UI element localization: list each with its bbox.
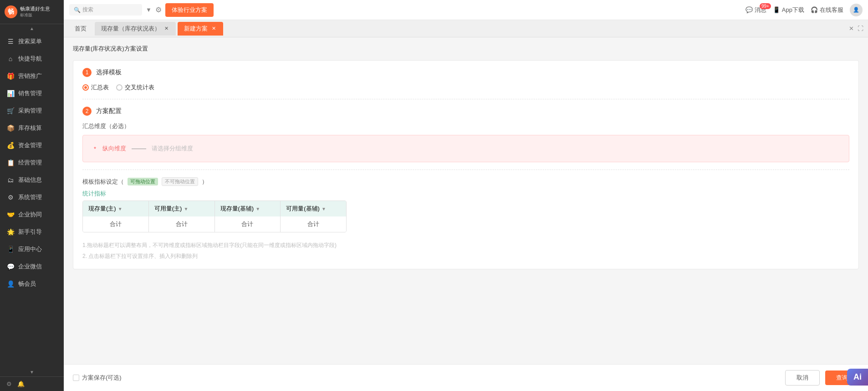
tips-box: 1.拖动标题栏可以调整布局，不可跨维度或指标区域拖动栏目字段(只能在同一维度或指… (82, 240, 849, 262)
topbar: 🔍 搜索 ▼ ⚙ 体验行业方案 💬 消息 99+ 📱 App下载 🎧 在线客服 … (64, 0, 868, 20)
messages-badge: 99+ (760, 3, 771, 9)
indicator-label-prefix: 模板指标设定（ (82, 178, 124, 186)
dimension-box[interactable]: * 纵向维度 —— 请选择分组维度 (82, 135, 849, 162)
topbar-dropdown-icon[interactable]: ▼ (146, 6, 152, 13)
sidebar-logo: 畅 畅康通好生意 标准版 (0, 0, 64, 24)
save-checkbox-label: 方案保存(可选) (82, 374, 122, 382)
app-version: 标准版 (20, 12, 50, 18)
sales-icon: 📊 (6, 89, 15, 98)
stats-col-1-dropdown[interactable]: ▼ (184, 206, 188, 211)
sidebar-item-sales[interactable]: 📊 销售管理 (0, 85, 64, 102)
sidebar-item-label: 营销推广 (18, 72, 42, 80)
radio-summary[interactable]: 汇总表 (82, 83, 109, 92)
sidebar-scroll-down[interactable]: ▼ (0, 368, 64, 376)
stats-table: 现存量(主) ▼ 可用量(主) ▼ 现存量(基辅) ▼ (82, 201, 347, 232)
required-mark: * (94, 145, 96, 152)
corp-agreement-icon: 🤝 (6, 211, 15, 219)
tab-inventory-status-label: 现存量（库存状况表） (101, 25, 160, 33)
sidebar-item-member[interactable]: 👤 畅会员 (0, 275, 64, 293)
sidebar-item-inventory[interactable]: 📦 库存核算 (0, 119, 64, 137)
radio-summary-label: 汇总表 (91, 83, 109, 92)
step1-title: 选择模板 (96, 68, 122, 77)
sidebar-item-corp-wechat[interactable]: 💬 企业微信 (0, 258, 64, 275)
indicator-label: 模板指标设定（ 可拖动位置 不可拖动位置 ） (82, 177, 849, 186)
app-logo-icon: 畅 (5, 5, 17, 18)
stats-col-3-dropdown[interactable]: ▼ (322, 206, 326, 211)
radio-cross[interactable]: 交叉统计表 (116, 83, 154, 92)
stats-col-2: 现存量(基辅) ▼ (215, 201, 281, 216)
tab-new-scheme-close[interactable]: ✕ (210, 26, 217, 32)
dim-arrow: —— (132, 144, 146, 153)
tabbar-actions: ✕ ⛶ (849, 25, 863, 32)
sidebar-item-label: 企业协同 (18, 211, 42, 219)
stats-cell-2: 合计 (215, 216, 281, 232)
sidebar-scroll-up[interactable]: ▲ (0, 24, 64, 33)
sidebar-item-corp-agreement[interactable]: 🤝 企业协同 (0, 206, 64, 223)
sidebar-item-label: 经营管理 (18, 159, 42, 167)
online-service-label: 在线客服 (820, 6, 843, 14)
topbar-settings-icon[interactable]: ⚙ (155, 5, 162, 14)
step-divider-1 (82, 99, 849, 99)
stats-col-2-dropdown[interactable]: ▼ (255, 206, 260, 211)
app-download-btn[interactable]: 📱 App下载 (773, 6, 804, 14)
tab-new-scheme-label: 新建方案 (184, 25, 208, 33)
sidebar-item-basic-info[interactable]: 🗂 基础信息 (0, 171, 64, 189)
content-area: 现存量(库存状况表)方案设置 1 选择模板 汇总表 交叉统计表 (64, 37, 868, 364)
tip-1-text: 1.拖动标题栏可以调整布局，不可跨维度或指标区域拖动栏目字段(只能在同一维度或指… (82, 240, 337, 251)
user-avatar[interactable]: 👤 (850, 4, 863, 16)
stats-cell-0: 合计 (83, 216, 149, 232)
search-menu-icon: ☰ (6, 37, 15, 46)
stats-col-0-label: 现存量(主) (88, 205, 116, 213)
sidebar-item-label: 采购管理 (18, 107, 42, 115)
sidebar-item-label: 系统管理 (18, 193, 42, 201)
app-name: 畅康通好生意 (20, 5, 50, 12)
stats-col-0-dropdown[interactable]: ▼ (118, 206, 123, 211)
messages-btn[interactable]: 💬 消息 99+ (745, 6, 766, 14)
stats-table-body: 合计 合计 合计 合计 (83, 216, 346, 232)
sidebar-item-search-menu[interactable]: ☰ 搜索菜单 (0, 33, 64, 50)
sidebar-item-app-center[interactable]: 📱 应用中心 (0, 241, 64, 258)
tab-inventory-status-close[interactable]: ✕ (163, 26, 169, 32)
operations-icon: 📋 (6, 159, 15, 167)
non-draggable-badge: 不可拖动位置 (162, 177, 198, 186)
stats-col-1-label: 可用量(主) (154, 205, 182, 213)
tip-2-text: 2. 点击标题栏下拉可设置排序、插入列和删除列 (82, 251, 198, 262)
sidebar-item-purchase[interactable]: 🛒 采购管理 (0, 102, 64, 119)
topbar-left: 🔍 搜索 ▼ ⚙ 体验行业方案 (69, 3, 742, 17)
stats-table-header: 现存量(主) ▼ 可用量(主) ▼ 现存量(基辅) ▼ (83, 201, 346, 216)
sidebar-bell-icon[interactable]: 🔔 (17, 381, 25, 387)
radio-cross-label: 交叉统计表 (125, 83, 154, 92)
search-area[interactable]: 🔍 搜索 (69, 4, 142, 15)
bottom-bar: 方案保存(可选) 取消 查询 (64, 364, 868, 391)
draggable-badge: 可拖动位置 (128, 178, 158, 185)
sidebar-item-marketing[interactable]: 🎁 营销推广 (0, 67, 64, 85)
page-title: 现存量(库存状况表)方案设置 (73, 45, 859, 53)
ai-badge[interactable]: Ai (847, 369, 868, 386)
sidebar-item-system[interactable]: ⚙ 系统管理 (0, 189, 64, 206)
online-service-btn[interactable]: 🎧 在线客服 (811, 6, 843, 14)
sidebar-settings-icon[interactable]: ⚙ (6, 381, 12, 387)
save-checkbox[interactable]: 方案保存(可选) (73, 374, 122, 382)
radio-cross-dot (116, 84, 123, 91)
stats-col-2-label: 现存量(基辅) (220, 205, 254, 213)
sidebar-item-finance[interactable]: 💰 资金管理 (0, 137, 64, 154)
tab-inventory-status[interactable]: 现存量（库存状况表） ✕ (95, 22, 176, 36)
step-divider-2 (82, 170, 849, 170)
industry-btn[interactable]: 体验行业方案 (165, 3, 214, 17)
search-icon: 🔍 (74, 7, 81, 13)
sidebar-item-quick-nav[interactable]: ⌂ 快捷导航 (0, 50, 64, 67)
sidebar-item-operations[interactable]: 📋 经营管理 (0, 154, 64, 171)
sidebar-item-new-guide[interactable]: 🌟 新手引导 (0, 223, 64, 241)
tab-home[interactable]: 首页 (68, 22, 93, 36)
tab-new-scheme[interactable]: 新建方案 ✕ (178, 22, 223, 36)
sidebar-item-label: 销售管理 (18, 89, 42, 98)
expand-icon[interactable]: ⛶ (858, 25, 863, 32)
close-panel-icon[interactable]: ✕ (849, 25, 854, 32)
indicator-settings: 模板指标设定（ 可拖动位置 不可拖动位置 ） 统计指标 现存量(主) ▼ (82, 177, 849, 232)
cancel-button[interactable]: 取消 (785, 370, 820, 386)
dim-label: 纵向维度 (102, 144, 126, 153)
stats-col-0: 现存量(主) ▼ (83, 201, 149, 216)
app-download-label: App下载 (782, 6, 804, 14)
stats-section-label: 统计指标 (82, 190, 849, 198)
sidebar-item-label: 企业微信 (18, 262, 42, 271)
